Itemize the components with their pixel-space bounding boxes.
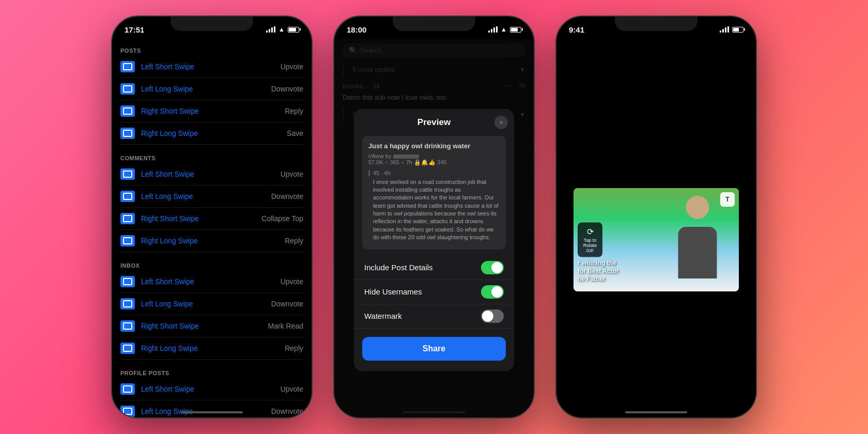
hide-usernames-toggle[interactable]: [481, 285, 504, 299]
post-comments: ○: [385, 159, 390, 165]
comments-row-3[interactable]: Right Long Swipe Reply: [120, 230, 303, 252]
sb3: [725, 27, 726, 33]
preview-comment-meta: 45 · 4h: [373, 170, 500, 176]
battery-fill-3: [733, 28, 739, 32]
comments-row-0[interactable]: Left Short Swipe Upvote: [120, 163, 303, 185]
swipe-action-c2: Collapse Top: [261, 214, 303, 223]
toggle-knob-2: [491, 286, 503, 298]
profile-row-0[interactable]: Left Short Swipe Upvote: [120, 378, 303, 400]
swipe-label-2: Right Short Swipe: [141, 107, 285, 115]
preview-comment-body: I once worked on a road construction job…: [373, 178, 500, 240]
swipe-icon-c0: [120, 168, 135, 180]
phone3-content: ⟳ Tap to Rotate GIF T r winning the for …: [556, 39, 756, 417]
profile-posts-section: PROFILE POSTS Left Short Swipe Upvote Le…: [112, 362, 312, 417]
preview-comment-row: 45 · 4h I once worked on a road construc…: [368, 170, 500, 240]
signal-bar-1: [266, 30, 268, 33]
swipe-icon-i0: [120, 276, 135, 287]
preview-modal-overlay[interactable]: Preview × Just a happy owl drinking wate…: [334, 39, 534, 417]
phone2-screen: 18:00 ▲: [334, 17, 534, 417]
swipe-icon-2: [120, 105, 135, 117]
preview-modal-header: Preview ×: [354, 109, 514, 136]
post-score: 57.0K: [368, 159, 383, 165]
status-icons-3: [720, 26, 743, 33]
rotate-gif-button[interactable]: ⟳ Tap to Rotate GIF: [578, 223, 602, 257]
swipe-label-0: Left Short Swipe: [141, 63, 281, 71]
comments-label: COMMENTS: [120, 151, 303, 163]
signal-icon-2: [488, 26, 498, 33]
battery-icon-2: [510, 27, 521, 33]
posts-row-3[interactable]: Right Long Swipe Save: [120, 122, 303, 145]
comments-row-2[interactable]: Right Short Swipe Collapse Top: [120, 208, 303, 230]
swipe-icon-0: [120, 61, 135, 72]
caption-line2: for Best Actor: [578, 268, 619, 275]
comments-section: COMMENTS Left Short Swipe Upvote Left Lo…: [112, 147, 312, 254]
swipe-label-c2: Right Short Swipe: [141, 214, 261, 223]
toggle-knob-3: [482, 311, 493, 322]
phone1-screen: 17:51 ▲ POST: [112, 17, 312, 417]
posts-row-1[interactable]: Left Long Swipe Downvote: [120, 78, 303, 100]
share-button[interactable]: Share: [362, 337, 506, 361]
comment-avatar: [368, 170, 370, 176]
preview-close-button[interactable]: ×: [494, 116, 508, 129]
caption-line3: he Father: [578, 275, 606, 283]
swipe-action-0: Upvote: [281, 63, 303, 71]
phone-3: 9:41: [555, 16, 757, 419]
battery-fill: [289, 28, 296, 32]
include-post-details-label: Include Post Details: [364, 263, 433, 272]
watermark-toggle[interactable]: [481, 309, 504, 323]
inbox-row-1[interactable]: Left Long Swipe Downvote: [120, 293, 303, 315]
signal-bar-2: [269, 29, 270, 33]
phone2-content: 🔍 Search 5 more replies ▼ boooka 54 ••• …: [334, 39, 534, 417]
wifi-icon-2: ▲: [501, 26, 507, 33]
preview-post-meta: r/Aww by 57.0K ○ 365 ○ 7h 🔒🔔👍: [368, 153, 500, 166]
posts-row-2[interactable]: Right Short Swipe Reply: [120, 100, 303, 122]
swipe-icon-p0: [120, 383, 135, 395]
inbox-row-2[interactable]: Right Short Swipe Mark Read: [120, 315, 303, 337]
post-awards: 🔒🔔👍: [414, 159, 436, 165]
power-button-2: [534, 79, 535, 110]
status-icons-2: ▲: [488, 26, 521, 33]
posts-label: POSTS: [120, 43, 303, 56]
signal-icon-3: [720, 26, 729, 33]
swipe-action-p0: Upvote: [281, 385, 303, 393]
post-time-sep: ○: [401, 159, 406, 165]
signal-icon: [266, 26, 275, 33]
watermark-badge: T: [720, 192, 735, 207]
signal-bar-3: [271, 27, 273, 33]
battery-icon-3: [732, 27, 743, 33]
person-body: [678, 227, 717, 278]
watermark-row: Watermark: [354, 304, 514, 329]
inbox-row-0[interactable]: Left Short Swipe Upvote: [120, 271, 303, 293]
profile-row-1[interactable]: Left Long Swipe Downvote: [120, 400, 303, 417]
sb2: [722, 29, 724, 33]
s-bar-2: [491, 29, 492, 33]
posts-row-0[interactable]: Left Short Swipe Upvote: [120, 56, 303, 78]
time-2: 18:00: [347, 25, 366, 34]
caption-line1: r winning the: [578, 259, 616, 267]
swipe-action-i1: Downvote: [271, 300, 303, 308]
preview-card: Just a happy owl drinking water r/Aww by…: [362, 136, 506, 250]
rotate-gif-label: Tap to Rotate GIF: [583, 238, 597, 253]
phone-2: 18:00 ▲: [333, 16, 535, 419]
hide-usernames-label: Hide Usernames: [364, 287, 422, 296]
post-award-count: 345: [437, 159, 446, 165]
username-redacted: [393, 154, 419, 159]
include-post-details-toggle[interactable]: [481, 261, 504, 274]
swipe-icon-p1: [120, 406, 135, 417]
s-bar-1: [488, 30, 490, 33]
person-head: [686, 196, 709, 219]
phones-container: 17:51 ▲ POST: [101, 5, 767, 429]
phone-1: 17:51 ▲ POST: [111, 16, 313, 419]
s-bar-3: [493, 27, 495, 33]
swipe-action-c1: Downvote: [271, 192, 303, 200]
post-comments-count: 365: [390, 159, 399, 165]
include-post-details-row: Include Post Details: [354, 256, 514, 280]
profile-posts-label: PROFILE POSTS: [120, 366, 303, 378]
swipe-label-i2: Right Short Swipe: [141, 322, 268, 330]
comments-row-1[interactable]: Left Long Swipe Downvote: [120, 185, 303, 208]
swipe-icon-i1: [120, 298, 135, 309]
home-indicator-3: [625, 411, 687, 413]
wifi-icon: ▲: [278, 26, 285, 33]
inbox-row-3[interactable]: Right Long Swipe Reply: [120, 337, 303, 360]
swipe-icon-c1: [120, 191, 135, 202]
